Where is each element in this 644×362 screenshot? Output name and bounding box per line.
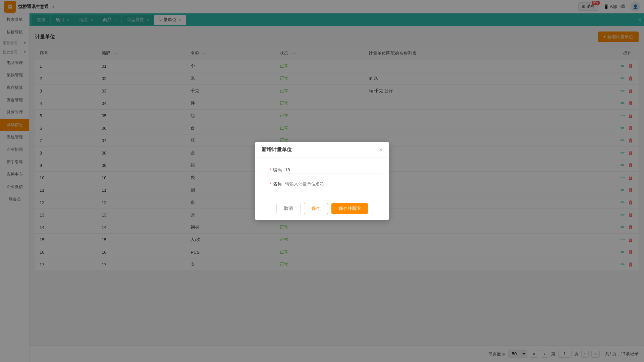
code-label: * 编码 [262, 167, 282, 173]
name-form-row: * 名称 [262, 180, 382, 188]
name-label-text: 名称 [273, 181, 282, 186]
save-button[interactable]: 保存 [304, 203, 328, 214]
cancel-button[interactable]: 取消 [276, 203, 301, 214]
modal-overlay: 新增计量单位 × * 编码 * 名称 取消 保存 保存并新增 [0, 0, 644, 362]
name-label: * 名称 [262, 181, 282, 187]
modal-title: 新增计量单位 [262, 146, 292, 153]
modal-header: 新增计量单位 × [255, 142, 389, 158]
modal-footer: 取消 保存 保存并新增 [255, 199, 389, 220]
code-input[interactable] [285, 166, 382, 174]
modal-body: * 编码 * 名称 [255, 158, 389, 199]
name-required-star: * [269, 181, 271, 186]
code-required-star: * [269, 167, 271, 172]
code-form-row: * 编码 [262, 166, 382, 174]
name-input[interactable] [285, 180, 382, 188]
code-label-text: 编码 [273, 167, 282, 172]
modal-close-button[interactable]: × [379, 147, 382, 153]
save-and-new-button[interactable]: 保存并新增 [331, 203, 368, 214]
add-unit-modal: 新增计量单位 × * 编码 * 名称 取消 保存 保存并新增 [255, 142, 389, 220]
